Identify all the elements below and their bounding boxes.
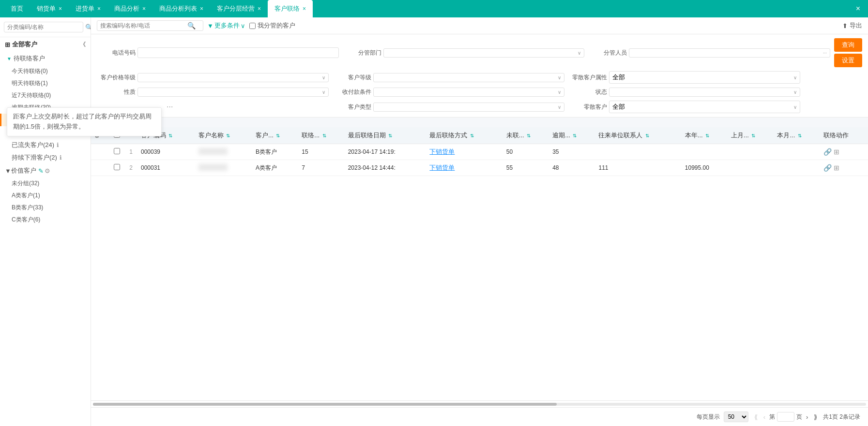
my-customers-check[interactable]	[249, 23, 256, 29]
manager-arrow-icon: ···	[823, 50, 827, 56]
th-last-contact-type[interactable]: 最后联络方式 ⇅	[426, 127, 503, 144]
th-name[interactable]: 客户名称 ⇅	[196, 127, 253, 144]
nav-sales[interactable]: 销货单 ×	[30, 0, 69, 17]
manager-select[interactable]: ···	[629, 48, 830, 58]
scrollbar-track[interactable]	[93, 403, 866, 406]
nav-customer-segment[interactable]: 客户分层经营 ×	[210, 0, 268, 17]
search-icon: 🔍	[187, 22, 196, 29]
action-buttons: 查询 设置	[834, 38, 862, 67]
sidebar-value-title[interactable]: ▼ 价值客户 ✎ ⚙	[0, 164, 91, 177]
td-last-type-1: 下销货单	[426, 144, 503, 160]
settings-icon2[interactable]: ⚙	[45, 167, 50, 175]
my-customers-checkbox[interactable]: 我分管的客户	[249, 21, 295, 30]
row1-checkbox[interactable]	[114, 148, 120, 154]
next-page-button[interactable]: ›	[804, 412, 810, 422]
sidebar-pending-title[interactable]: ▼ 待联络客户	[0, 52, 91, 65]
th-type[interactable]: 客户... ⇅	[253, 127, 299, 144]
nav-purchase[interactable]: 进货单 ×	[69, 0, 107, 17]
last-type-link-1[interactable]: 下销货单	[429, 148, 455, 155]
grid-action-icon-1[interactable]: ⊞	[834, 148, 839, 156]
sidebar-item-7days[interactable]: 近7天待联络(0)	[0, 89, 91, 102]
payment-arrow: ∨	[558, 89, 561, 95]
page-label2: 页	[796, 413, 802, 421]
nav-customer-segment-close[interactable]: ×	[258, 5, 261, 12]
more-dots-button[interactable]: ···	[167, 103, 173, 111]
dept-select[interactable]: ∨	[383, 48, 585, 58]
price-level-select[interactable]: ∨	[137, 73, 329, 82]
customer-level-select[interactable]: ∨	[373, 73, 564, 82]
td-action-1: 🔗 ⊞	[821, 144, 868, 160]
sidebar-item-today[interactable]: 今天待联络(0)	[0, 65, 91, 77]
filter-row-4: ··· 客户类型 ∨ 零散客户 全部 ∨	[97, 101, 862, 113]
per-page-select[interactable]: 50 100 200	[724, 411, 748, 422]
settings-button[interactable]: 设置	[834, 54, 862, 67]
status-label: 状态	[568, 88, 607, 96]
horizontal-scrollbar[interactable]	[91, 400, 868, 407]
link-icon-2[interactable]: 🔗	[823, 164, 832, 172]
th-contact[interactable]: 联络... ⇅	[299, 127, 345, 144]
nav-sales-close[interactable]: ×	[59, 5, 62, 12]
filter-icon: ▼	[207, 22, 213, 29]
sidebar-all-customers[interactable]: ⊞ 全部客户 《	[0, 37, 91, 52]
sidebar-search-button[interactable]: 🔍	[85, 21, 91, 33]
nav-goods-analysis[interactable]: 商品分析 ×	[107, 0, 152, 17]
sort-icon-overdue: ⇅	[573, 133, 577, 138]
retail-attr-select[interactable]: 全部 ∨	[609, 71, 800, 84]
sidebar-item-declining[interactable]: 持续下滑客户(2) ℹ	[0, 151, 91, 164]
price-level-label: 客户价格等级	[97, 73, 136, 82]
last-page-button[interactable]: ⟫	[812, 412, 819, 422]
payment-select[interactable]: ∨	[373, 88, 564, 97]
scrollbar-thumb[interactable]	[93, 403, 557, 406]
nature-select[interactable]: ∨	[137, 88, 329, 97]
sort-icon-year: ⇅	[705, 133, 709, 138]
query-button[interactable]: 查询	[834, 38, 862, 52]
retail-customer-select[interactable]: 全部 ∨	[609, 101, 800, 113]
row2-checkbox[interactable]	[114, 164, 120, 170]
sort-icon-uncontacted: ⇅	[527, 133, 531, 138]
phone-input[interactable]	[137, 47, 339, 58]
sidebar-item-ungrouped[interactable]: 未分组(32)	[0, 177, 91, 190]
th-uncontacted[interactable]: 未联... ⇅	[503, 127, 549, 144]
nav-customer-contact[interactable]: 客户联络 ×	[268, 0, 313, 17]
export-button[interactable]: ⬆ 导出	[842, 21, 862, 30]
filter-price-level: 客户价格等级 ∨	[97, 73, 329, 82]
page-number-input[interactable]: 1	[777, 412, 794, 422]
nav-goods-list[interactable]: 商品分析列表 ×	[152, 0, 210, 17]
prev-page-button[interactable]: ‹	[761, 412, 767, 422]
th-this-year[interactable]: 本年... ⇅	[682, 127, 728, 144]
nav-goods-list-close[interactable]: ×	[200, 5, 203, 12]
chevron-down-icon: ∨	[241, 22, 245, 29]
th-last-contact-date[interactable]: 最后联络日期 ⇅	[345, 127, 427, 144]
td-tmonth-2	[774, 160, 820, 176]
grid-action-icon-2[interactable]: ⊞	[834, 164, 839, 172]
footer-pagination: 每页显示 50 100 200 ⟪ ‹ 第 1 页 › ⟫ 共1页 2条记录	[91, 407, 868, 426]
window-close-button[interactable]: ×	[852, 4, 864, 13]
nav-goods-analysis-close[interactable]: ×	[142, 5, 146, 12]
sidebar-item-b-class[interactable]: B类客户(33)	[0, 202, 91, 214]
sidebar-item-a-class[interactable]: A类客户(1)	[0, 190, 91, 202]
sidebar-item-c-class[interactable]: C类客户(6)	[0, 214, 91, 226]
td-name-1	[196, 144, 253, 160]
info-icon4: ℹ	[60, 154, 62, 161]
th-overdue[interactable]: 逾期... ⇅	[549, 127, 595, 144]
sidebar-item-tomorrow[interactable]: 明天待联络(1)	[0, 77, 91, 89]
first-page-button[interactable]: ⟪	[752, 412, 760, 422]
customer-type-select[interactable]: ∨	[373, 103, 564, 112]
sidebar-item-churned[interactable]: 已流失客户(24) ℹ	[0, 139, 91, 151]
more-conditions-button[interactable]: ▼ 更多条件 ∨	[207, 21, 245, 30]
link-icon-1[interactable]: 🔗	[823, 148, 832, 156]
td-name-2	[196, 160, 253, 176]
th-this-month[interactable]: 本月... ⇅	[774, 127, 820, 144]
td-code-2: 000031	[138, 160, 196, 176]
last-type-link-2[interactable]: 下销货单	[429, 164, 455, 171]
th-unit-contact[interactable]: 往来单位联系人 ⇅	[595, 127, 682, 144]
th-last-month[interactable]: 上月... ⇅	[728, 127, 774, 144]
sidebar-search-input[interactable]	[4, 22, 83, 32]
nav-customer-contact-close[interactable]: ×	[303, 5, 306, 12]
main-search-input[interactable]	[100, 22, 187, 29]
status-select[interactable]: ∨	[609, 88, 800, 97]
edit-icon[interactable]: ✎	[38, 167, 44, 175]
nav-purchase-close[interactable]: ×	[97, 5, 101, 12]
nav-home[interactable]: 首页	[4, 0, 30, 17]
sidebar-collapse-button[interactable]: 《	[80, 41, 86, 49]
